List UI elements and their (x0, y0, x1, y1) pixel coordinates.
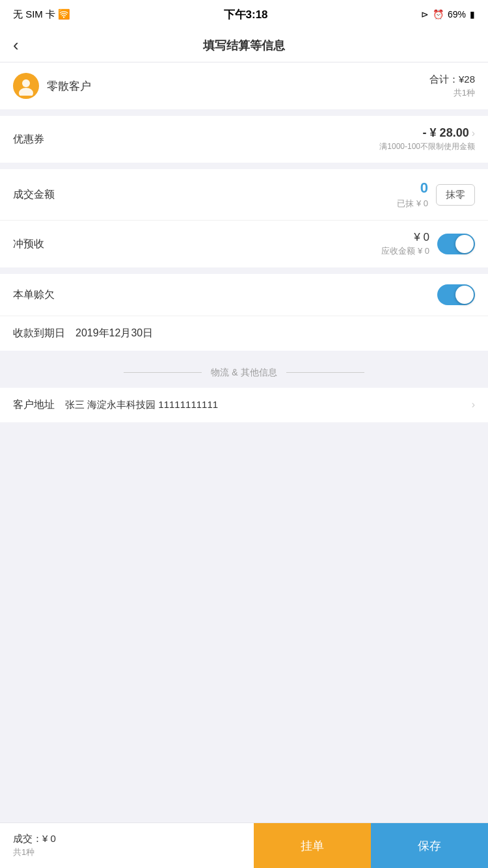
deal-section: 成交金额 已抹 ¥ 0 抹零 冲预收 ¥ 0 应收金额 ¥ 0 (0, 169, 488, 267)
deal-amount-row: 成交金额 已抹 ¥ 0 抹零 (0, 169, 488, 220)
battery-label: 69% (448, 9, 466, 20)
pending-button[interactable]: 挂单 (254, 823, 371, 869)
coupon-amount: - ¥ 28.00 (423, 126, 469, 140)
pending-label: 挂单 (301, 838, 324, 854)
deal-amount-right: 已抹 ¥ 0 (389, 180, 428, 210)
pre-receive-label: 冲预收 (13, 237, 44, 251)
logistics-header: 物流 & 其他信息 (0, 357, 488, 388)
total-label: 合计：¥28 (429, 74, 475, 86)
address-value: 张三 海淀永丰科技园 11111111111 (65, 399, 472, 411)
prerecv-sub: 应收金额 ¥ 0 (381, 245, 429, 257)
bottom-deal-value: ¥ 0 (42, 833, 56, 844)
toggle-knob (455, 235, 474, 253)
avatar (13, 73, 39, 99)
coupon-right: - ¥ 28.00 › 满1000-100不限制使用金额 (379, 126, 475, 152)
due-date-label: 收款到期日 (13, 327, 65, 340)
debt-section: 本单赊欠 收款到期日 2019年12月30日 (0, 274, 488, 351)
save-label: 保存 (418, 838, 441, 854)
status-time: 下午3:18 (224, 7, 268, 22)
coupon-section[interactable]: 优惠券 - ¥ 28.00 › 满1000-100不限制使用金额 (0, 116, 488, 163)
status-bar: 无 SIM 卡 🛜 下午3:18 ⊳ ⏰ 69% ▮ (0, 0, 488, 29)
coupon-arrow-icon: › (472, 128, 475, 139)
coupon-desc: 满1000-100不限制使用金额 (379, 141, 475, 152)
coupon-label: 优惠券 (13, 133, 44, 146)
save-button[interactable]: 保存 (371, 823, 488, 869)
svg-point-0 (22, 79, 30, 87)
customer-row: 零散客户 合计：¥28 共1种 (0, 62, 488, 109)
prerecv-info: ¥ 0 应收金额 ¥ 0 (381, 231, 429, 257)
battery-icon: ▮ (470, 9, 475, 20)
debt-toggle-knob (455, 286, 474, 304)
customer-section: 零散客户 合计：¥28 共1种 (0, 62, 488, 109)
address-arrow-icon: › (472, 399, 475, 411)
coupon-row[interactable]: 优惠券 - ¥ 28.00 › 满1000-100不限制使用金额 (0, 116, 488, 163)
pre-receive-toggle[interactable] (437, 234, 475, 254)
page-title: 填写结算等信息 (203, 38, 285, 53)
alarm-icon: ⏰ (433, 9, 444, 20)
customer-name: 零散客户 (47, 79, 91, 94)
total-count: 共1种 (429, 87, 475, 99)
address-section[interactable]: 客户地址 张三 海淀永丰科技园 11111111111 › (0, 388, 488, 422)
bottom-deal-prefix: 成交： (13, 833, 42, 844)
address-label: 客户地址 (13, 398, 55, 412)
status-right: ⊳ ⏰ 69% ▮ (421, 9, 475, 20)
deal-amount-label: 成交金额 (13, 188, 55, 202)
back-button[interactable]: ‹ (13, 35, 19, 55)
address-row[interactable]: 客户地址 张三 海淀永丰科技园 11111111111 › (0, 388, 488, 422)
deal-amount-input[interactable] (389, 180, 428, 197)
svg-point-1 (19, 88, 33, 96)
deal-right: 已抹 ¥ 0 抹零 (389, 180, 475, 210)
sim-label: 无 SIM 卡 🛜 (13, 8, 70, 21)
bottom-info: 成交：¥ 0 共1种 (0, 833, 254, 858)
due-date-value: 2019年12月30日 (75, 327, 153, 340)
customer-right: 合计：¥28 共1种 (429, 74, 475, 99)
debt-label: 本单赊欠 (13, 288, 55, 302)
pre-receive-right: ¥ 0 应收金额 ¥ 0 (381, 231, 475, 257)
due-date-row: 收款到期日 2019年12月30日 (0, 316, 488, 351)
prerecv-amount: ¥ 0 (414, 231, 429, 244)
logistics-label: 物流 & 其他信息 (211, 367, 277, 377)
customer-left: 零散客户 (13, 73, 91, 99)
bottom-count: 共1种 (13, 847, 241, 858)
pre-receive-row: 冲预收 ¥ 0 应收金额 ¥ 0 (0, 220, 488, 267)
location-icon: ⊳ (421, 9, 429, 20)
bottom-bar: 成交：¥ 0 共1种 挂单 保存 (0, 822, 488, 868)
nav-bar: ‹ 填写结算等信息 (0, 29, 488, 62)
debt-row: 本单赊欠 (0, 274, 488, 316)
status-left: 无 SIM 卡 🛜 (13, 8, 70, 21)
deal-sub-label: 已抹 ¥ 0 (397, 198, 428, 210)
bottom-deal-label: 成交：¥ 0 (13, 833, 241, 845)
debt-toggle[interactable] (437, 284, 475, 305)
round-zero-button[interactable]: 抹零 (436, 184, 475, 206)
